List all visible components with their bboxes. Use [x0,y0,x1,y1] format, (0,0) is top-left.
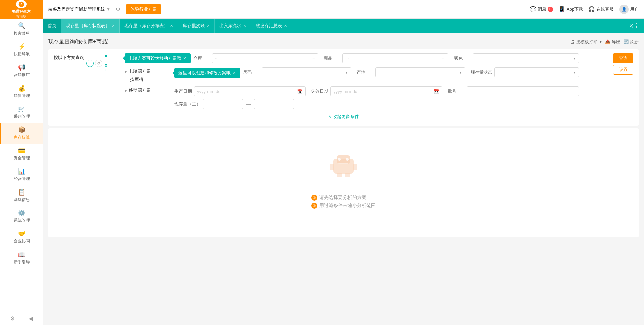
vert-line [106,58,106,63]
origin-label: 产地 [357,69,373,75]
search-button[interactable]: 查询 [613,53,633,63]
sidebar-item-label: 采购管理 [14,114,30,119]
tab-inventory-status-close[interactable]: ✕ [112,24,115,28]
desktop-scheme-label: 电脑端方案 [129,68,151,74]
tab-bar-right: ✕ ⛶ [629,19,644,33]
tab-fullscreen-btn[interactable]: ⛶ [636,23,641,29]
tab-home[interactable]: 首页 [43,19,61,33]
tab-close-all-btn[interactable]: ✕ [629,23,633,29]
left-arrow: ← [104,67,108,72]
tab-batch-account[interactable]: 库存批次账 ✕ [178,19,215,33]
desktop-child-item[interactable]: 按摩椅 [125,75,172,84]
online-service-action[interactable]: 🎧 在线客服 [588,6,614,12]
tab-batch-account-close[interactable]: ✕ [207,24,210,28]
color-label: 颜色 [454,55,471,61]
production-date-calendar-icon[interactable]: 📅 [297,89,303,94]
print-icon: 🖨 [570,39,575,44]
mobile-arrow: ▶ [125,89,127,92]
size-select[interactable]: ▼ [262,67,351,77]
production-date-input[interactable]: yyyy-mm-dd 📅 [194,86,306,96]
settings-bottom-btn[interactable]: ⚙ [10,315,15,322]
batch-input[interactable] [467,86,579,96]
system-selector[interactable]: 装备及固定资产辅助管理系统 ▼ [48,6,110,12]
sidebar-item-label: 销售管理 [14,93,30,99]
sidebar-item-basic[interactable]: 📋 基础信息 [0,185,43,206]
filter-label: 按以下方案查询 [54,55,84,61]
empty-content: 请先选择要分析的方案 用过滤条件来缩小分析范围 [48,149,639,211]
connector-arrows[interactable]: ← [104,55,108,72]
refresh-scheme-btn[interactable]: ↻ [95,60,102,67]
tab-inventory-dist-label: 现存量（库存分布表） [124,23,168,29]
desktop-arrow: ▶ [125,70,127,73]
sidebar-item-label: 营销推广 [14,72,30,78]
search-icon: 🔍 [18,22,25,30]
tab-inventory-dist[interactable]: 现存量（库存分布表） ✕ [120,19,178,33]
online-service-label: 在线客服 [596,6,614,12]
app-download-label: App下载 [567,6,583,12]
experience-button[interactable]: 体验行业方案 [126,4,161,14]
phone-icon: 📱 [558,6,565,12]
add-scheme-btn[interactable]: + [86,60,94,67]
sidebar-item-sales[interactable]: 💰 销售管理 [0,81,43,102]
reset-button[interactable]: 设置 [613,65,633,75]
stock-main-label: 现存量（主） [174,101,201,107]
sidebar-item-label: 搜索菜单 [14,31,30,36]
stock-status-select[interactable]: ▼ [494,67,579,77]
size-label: 尺码 [243,69,260,75]
origin-select[interactable]: ▼ [375,67,465,77]
svg-rect-6 [338,163,348,164]
logo-icon: 6 [16,0,27,8]
stock-main-to[interactable] [254,99,294,109]
expiry-date-calendar-icon[interactable]: 📅 [434,89,439,94]
refresh-btn[interactable]: 🔄 刷新 [623,39,639,45]
sidebar: 6 畅通好生意 标准版 🔍 搜索菜单 ⚡ 快捷导航 📢 营销推广 💰 销售管理 … [0,0,43,325]
svg-point-4 [338,158,341,161]
sidebar-item-inventory[interactable]: 📦 库存核算 [0,123,43,144]
goods-label: 商品 [324,55,340,61]
tab-inout-flow[interactable]: 出入库流水 ✕ [215,19,251,33]
tab-receipt-summary[interactable]: 收发存汇总表 ✕ [251,19,292,33]
collapse-filter-btn[interactable]: ∧ 收起更多条件 [54,112,633,122]
tab-receipt-summary-label: 收发存汇总表 [256,23,282,29]
sidebar-item-system[interactable]: ⚙️ 系统管理 [0,206,43,227]
mobile-scheme-item[interactable]: ▶ 移动端方案 [125,86,172,94]
sidebar-item-search[interactable]: 🔍 搜索菜单 [0,19,43,40]
tab-inventory-dist-close[interactable]: ✕ [170,24,173,28]
sidebar-bottom: ⚙ ◀ [0,312,43,325]
desktop-scheme-item[interactable]: ▶ 电脑端方案 [125,67,172,75]
app-download-action[interactable]: 📱 App下载 [558,6,583,12]
edit-tooltip-close[interactable]: ✕ [233,71,236,75]
tab-receipt-summary-close[interactable]: ✕ [284,24,287,28]
tab-inout-flow-close[interactable]: ✕ [243,24,246,28]
sidebar-item-quick[interactable]: ⚡ 快捷导航 [0,40,43,60]
dot-bottom [105,64,107,67]
tab-inventory-status[interactable]: 现存量（库存状况表） ✕ [61,19,120,33]
sidebar-item-enterprise[interactable]: 🤝 企业协同 [0,227,43,248]
collapse-btn[interactable]: ◀ [29,315,33,322]
user-action[interactable]: 👤 用户 [619,5,639,14]
sidebar-logo: 6 畅通好生意 标准版 [0,0,43,19]
settings-icon[interactable]: ⚙ [116,6,120,12]
sidebar-item-finance[interactable]: 💳 资金管理 [0,144,43,164]
scheme-tooltip-close[interactable]: ✕ [183,56,186,61]
guide-icon: 📖 [18,251,25,258]
stock-main-from[interactable] [203,99,243,109]
filter-panel: 按以下方案查询 + ↻ ← [48,49,639,126]
template-print-btn[interactable]: 🖨 按模板打印 ▼ [570,39,602,45]
message-action[interactable]: 💬 消息 6 [530,6,553,12]
goods-select[interactable]: ··· ··· [342,53,449,63]
expiry-date-input[interactable]: yyyy-mm-dd 📅 [330,86,442,96]
user-label: 用户 [630,6,639,12]
operations-icon: 📊 [18,168,25,175]
production-date-label: 生产日期 [174,88,192,94]
warehouse-select[interactable]: ··· ··· [212,53,318,63]
quick-icon: ⚡ [18,43,25,50]
sidebar-item-operations[interactable]: 📊 经营管理 [0,164,43,185]
top-header: 装备及固定资产辅助管理系统 ▼ ⚙ 体验行业方案 💬 消息 6 📱 App下载 … [43,0,644,19]
sidebar-item-guide[interactable]: 📖 新手引导 [0,248,43,268]
sidebar-item-purchase[interactable]: 🛒 采购管理 [0,102,43,123]
svg-rect-10 [345,173,350,177]
color-select[interactable]: ▼ [473,53,579,63]
export-btn[interactable]: 📤 导出 [605,39,621,45]
sidebar-item-marketing[interactable]: 📢 营销推广 [0,60,43,81]
